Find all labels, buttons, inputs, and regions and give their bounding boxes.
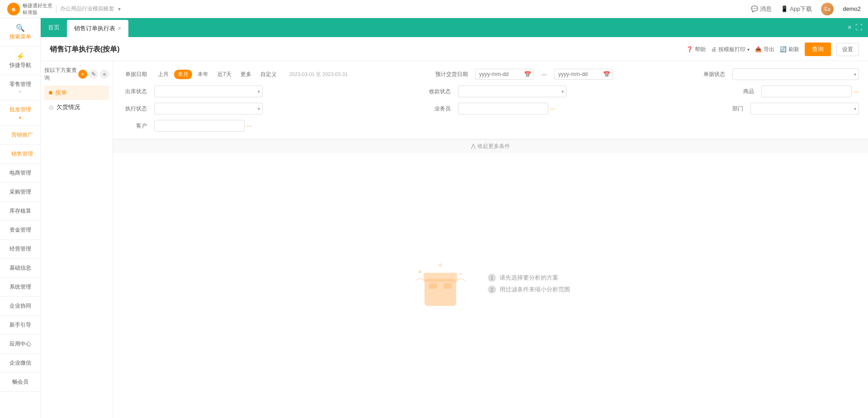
out-status-label: 出库状态 — [122, 88, 147, 95]
status-label: 单据状态 — [700, 71, 725, 78]
sidebar-sub-sales[interactable]: 销售管理 — [0, 145, 40, 164]
date-start-input[interactable] — [475, 69, 534, 80]
collect-status-field: ▾ — [458, 86, 566, 97]
sidebar-item-purchase[interactable]: 采购管理 — [0, 183, 40, 202]
message-icon: 💬 — [751, 5, 758, 12]
panel-title: 按以下方案查询 — [44, 66, 78, 82]
sidebar-item-inventory[interactable]: 库存核算 — [0, 202, 40, 221]
exec-status-select[interactable] — [154, 103, 263, 114]
help-btn[interactable]: ❓ 帮助 — [686, 46, 706, 53]
svg-point-6 — [439, 263, 442, 267]
dept-label: 部门 — [718, 105, 743, 113]
date-end-wrap: 📅 — [554, 69, 613, 80]
sidebar-item-appstore[interactable]: 应用中心 — [0, 335, 40, 354]
messages-btn[interactable]: 💬 消息 — [751, 5, 772, 13]
collapse-panel-btn[interactable]: « — [100, 70, 109, 79]
print-btn[interactable]: 🖨 按模板打印 ▾ — [711, 46, 750, 53]
export-btn[interactable]: 📤 导出 — [755, 46, 774, 53]
customer-dots-btn[interactable]: ··· — [246, 122, 252, 129]
date-tags: 上月 本月 本年 近7天 更多 自定义 — [154, 70, 280, 79]
edit-scheme-btn[interactable]: ✎ — [89, 70, 98, 79]
filter-area: 单据日期 上月 本月 本年 近7天 更多 自定义 2023-03-01 至 20… — [113, 61, 868, 139]
date-tag-more[interactable]: 更多 — [237, 70, 255, 79]
add-scheme-btn[interactable]: + — [78, 70, 87, 79]
status-select[interactable] — [732, 68, 859, 80]
wholesale-label: 批发管理 — [4, 106, 37, 114]
product-dots-btn[interactable]: ··· — [854, 88, 859, 95]
hint-text-2: 用过滤条件来缩小分析范围 — [500, 285, 570, 294]
sidebar-item-basic[interactable]: 基础信息 — [0, 259, 40, 278]
search-icon: 🔍 — [4, 24, 37, 32]
home-tab-label: 首页 — [48, 24, 60, 32]
nav-item-by-order[interactable]: 按单 — [44, 86, 109, 100]
sidebar-item-enterprise[interactable]: 企业协同 — [0, 297, 40, 316]
customer-label: 客户 — [122, 122, 147, 130]
date-tag-thismonth[interactable]: 本月 — [174, 70, 192, 79]
sidebar-item-newbie[interactable]: 新手引导 — [0, 316, 40, 335]
date-end-input[interactable] — [554, 69, 613, 80]
filter-section: 单据日期 上月 本月 本年 近7天 更多 自定义 2023-03-01 至 20… — [113, 61, 868, 418]
left-nav-panel: 按以下方案查询 + ✎ « 按单 ⊙ 欠货情况 — [41, 61, 113, 418]
svg-rect-2 — [425, 279, 456, 306]
product-field: ··· — [761, 86, 859, 97]
nav-dot-active — [49, 91, 52, 95]
sidebar-item-system[interactable]: 系统管理 — [0, 278, 40, 297]
avatar[interactable]: Ea — [821, 3, 834, 15]
hint-num-1: 1 — [488, 274, 496, 282]
salesman-dots-btn[interactable]: ··· — [550, 105, 556, 112]
help-icon: ❓ — [686, 46, 693, 52]
salesman-input[interactable] — [458, 103, 548, 114]
customer-input[interactable] — [154, 120, 245, 132]
sidebar-item-member[interactable]: 畅会员 — [0, 373, 40, 392]
hint-num-2: 2 — [488, 285, 496, 294]
tab-sales-exec[interactable]: 销售订单执行表 × — [67, 20, 128, 37]
dept-select[interactable] — [750, 103, 859, 114]
sidebar-item-operations[interactable]: 经营管理 — [0, 240, 40, 259]
out-status-select[interactable] — [154, 86, 263, 97]
svg-point-5 — [460, 273, 462, 275]
settings-btn[interactable]: 设置 — [836, 43, 859, 56]
nav-item-debt[interactable]: ⊙ 欠货情况 — [44, 100, 109, 114]
svg-rect-7 — [429, 283, 437, 289]
sidebar-item-finance[interactable]: 资金管理 — [0, 221, 40, 240]
sidebar-item-wholesale[interactable]: 批发管理 ▴ — [0, 100, 40, 126]
date-tag-lastmonth[interactable]: 上月 — [154, 70, 172, 79]
tab-bar: 首页 销售订单执行表 × × ⛶ — [41, 18, 868, 37]
logo-icon: 畅 — [7, 3, 20, 15]
active-tab-label: 销售订单执行表 — [74, 24, 115, 33]
status-field: ▾ — [732, 68, 859, 80]
sidebar-item-search[interactable]: 🔍 搜索菜单 — [0, 18, 40, 47]
sidebar: 🔍 搜索菜单 ⚡ 快捷导航 零售管理 ▾ 批发管理 ▴ 营销推广 销售管理 — [0, 18, 41, 418]
page-title: 销售订单执行表(按单) — [50, 45, 120, 54]
tab-expand-btn[interactable]: ⛶ — [855, 24, 863, 32]
svg-rect-8 — [443, 283, 452, 289]
product-input[interactable] — [761, 86, 852, 97]
nav-icon-debt: ⊙ — [49, 104, 54, 111]
sidebar-item-wechat[interactable]: 企业微信 — [0, 354, 40, 373]
sidebar-sub-marketing[interactable]: 营销推广 — [0, 126, 40, 145]
svg-text:畅: 畅 — [12, 8, 15, 12]
app-download-btn[interactable]: 📱 App下载 — [781, 5, 812, 13]
query-btn[interactable]: 查询 — [805, 43, 831, 56]
date-tag-7days[interactable]: 近7天 — [214, 70, 235, 79]
tab-close-btn[interactable]: × — [118, 25, 121, 32]
exec-status-field: ▾ — [154, 103, 263, 114]
collapse-bar[interactable]: ⋀ 收起更多条件 — [113, 139, 868, 153]
username[interactable]: demo2 — [843, 5, 861, 12]
date-label: 单据日期 — [122, 71, 147, 78]
tab-close-window[interactable]: × — [848, 24, 852, 32]
sidebar-item-retail[interactable]: 零售管理 ▾ — [0, 75, 40, 100]
breadcrumb-dropdown[interactable]: ▾ — [118, 6, 121, 12]
tab-home[interactable]: 首页 — [41, 18, 67, 37]
empty-illustration — [411, 258, 470, 313]
date-tag-custom[interactable]: 自定义 — [257, 70, 280, 79]
refresh-btn[interactable]: 🔄 刷新 — [780, 46, 799, 53]
export-icon: 📤 — [755, 46, 762, 52]
date-tag-thisyear[interactable]: 本年 — [194, 70, 212, 79]
sidebar-item-quicknav[interactable]: ⚡ 快捷导航 — [0, 47, 40, 75]
date-separator: — — [541, 71, 547, 78]
customer-field: ··· — [154, 120, 252, 132]
date-start-wrap: 📅 — [475, 69, 534, 80]
sidebar-item-ecommerce[interactable]: 电商管理 — [0, 164, 40, 183]
collect-status-select[interactable] — [458, 86, 566, 97]
